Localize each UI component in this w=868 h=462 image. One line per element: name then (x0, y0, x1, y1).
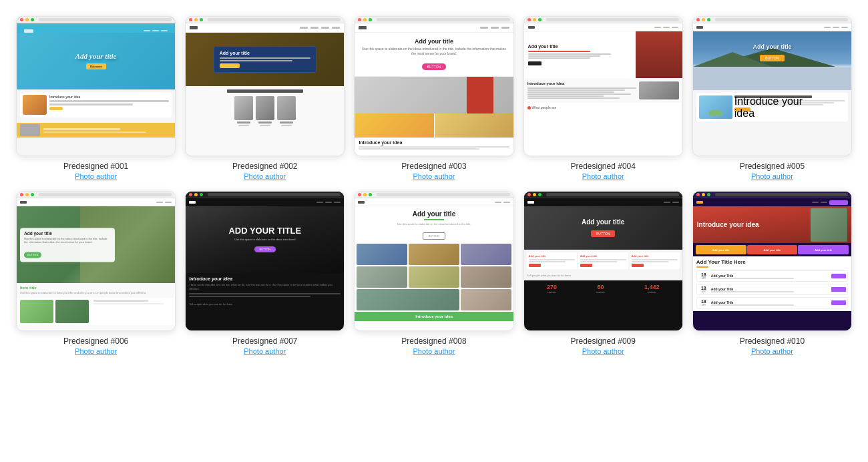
template-grid: Add your title Discover Introduce your i… (16, 16, 852, 355)
t004-hero-btn[interactable] (528, 61, 541, 65)
template-label-002: Predesigned #002 (232, 162, 297, 171)
t009-stat2: 60 (596, 284, 605, 290)
t004-sec-title: Introduce your idea (527, 81, 636, 85)
t010-hero-title: Introduce your idea (697, 221, 811, 228)
template-author-006[interactable]: Photo author (75, 347, 117, 355)
t010-row-btn-1[interactable] (831, 274, 846, 278)
template-label-004: Predesigned #004 (570, 162, 635, 171)
t010-tab3[interactable]: Add your title (815, 248, 832, 252)
template-preview-005[interactable]: Add your title BUTTON Introduce your ide… (692, 16, 852, 156)
template-label-010: Predesigned #010 (740, 336, 805, 346)
template-author-009[interactable]: Photo author (582, 347, 624, 355)
template-preview-001[interactable]: Add your title Discover Introduce your i… (16, 16, 176, 156)
t009-card-btn-2[interactable] (580, 264, 592, 267)
template-item-002[interactable]: Add your title (185, 16, 345, 180)
t008-hero-btn[interactable]: BUTTON (423, 232, 445, 240)
template-author-007[interactable]: Photo author (244, 347, 286, 355)
template-item-010[interactable]: Introduce your idea Add your title Add y… (692, 191, 852, 355)
template-author-010[interactable]: Photo author (751, 347, 793, 355)
template-item-005[interactable]: Add your title BUTTON Introduce your ide… (692, 16, 852, 180)
t009-stat1: 270 (547, 284, 557, 290)
template-item-008[interactable]: Add your title Use this space to elabora… (354, 191, 513, 355)
template-label-005: Predesigned #005 (740, 162, 805, 171)
template-author-005[interactable]: Photo author (751, 172, 793, 180)
t009-stat3: 1,442 (644, 284, 660, 290)
t009-hero-btn[interactable]: BUTTON (591, 230, 615, 237)
template-author-002[interactable]: Photo author (244, 172, 286, 180)
t007-hero-btn[interactable]: BUTTON (254, 246, 276, 252)
t003-hero-title: Add your title (360, 38, 507, 45)
template-author-008[interactable]: Photo author (413, 347, 455, 355)
t006-hero-title: Add your title (24, 231, 111, 236)
t006-sec-title: Item title (20, 286, 172, 290)
template-preview-003[interactable]: Add your title Use this space to elabora… (354, 16, 513, 156)
template-item-001[interactable]: Add your title Discover Introduce your i… (16, 16, 176, 180)
t004-hero-title: Add your title (528, 44, 632, 49)
template-item-003[interactable]: Add your title Use this space to elabora… (354, 16, 513, 180)
t008-section-title: Introduce your idea (357, 314, 510, 318)
template-preview-009[interactable]: Add your title BUTTON Add your title Add… (523, 191, 683, 331)
template-author-003[interactable]: Photo author (413, 172, 455, 180)
template-label-003: Predesigned #003 (401, 162, 466, 171)
t010-tab1[interactable]: Add your title (712, 248, 730, 252)
t007-sec-title: Introduce your idea (189, 276, 341, 281)
t003-section-title: Introduce your idea (359, 140, 509, 145)
template-preview-010[interactable]: Introduce your idea Add your title Add y… (692, 191, 852, 331)
t008-hero-title: Add your title (360, 210, 507, 218)
t007-hero-title: Add your title (228, 226, 301, 236)
template-label-006: Predesigned #006 (63, 336, 128, 346)
t005-hero-btn[interactable]: BUTTON (760, 55, 784, 61)
t010-main-title: Add Your Title Here (696, 259, 848, 265)
template-preview-004[interactable]: Add your title Introduce your idea (523, 16, 683, 156)
t010-row-btn-2[interactable] (831, 287, 846, 292)
t002-hero-btn[interactable] (220, 63, 240, 68)
t001-hero-title: Add your title (75, 52, 117, 60)
t002-hero-title: Add your title (220, 51, 310, 55)
template-label-009: Predesigned #009 (570, 336, 635, 346)
t010-row-btn-3[interactable] (831, 300, 846, 305)
template-label-001: Predesigned #001 (63, 162, 128, 171)
template-preview-008[interactable]: Add your title Use this space to elabora… (354, 191, 513, 331)
t009-hero-title: Add your title (582, 218, 624, 226)
template-item-006[interactable]: Add your title Use this space to elabora… (16, 191, 176, 355)
template-item-009[interactable]: Add your title BUTTON Add your title Add… (523, 191, 683, 355)
t001-section-title: Introduce your idea (49, 95, 169, 99)
template-preview-002[interactable]: Add your title (185, 16, 345, 156)
t004-red-dot (527, 106, 531, 109)
t009-card-btn-1[interactable] (529, 264, 541, 267)
t001-hero-btn[interactable]: Discover (86, 63, 106, 69)
template-preview-007[interactable]: Add your title Use this space to elabora… (185, 191, 345, 331)
t006-hero-btn[interactable]: BUTTON (24, 252, 41, 258)
t009-card-btn-3[interactable] (632, 264, 644, 267)
template-author-001[interactable]: Photo author (75, 172, 117, 180)
template-label-007: Predesigned #007 (232, 336, 297, 346)
t004-what-label: What people are (532, 105, 557, 109)
t005-hero-title: Add your title (693, 43, 851, 50)
template-label-008: Predesigned #008 (401, 336, 466, 346)
t005-card-title: Introduce your idea (734, 95, 812, 98)
template-item-004[interactable]: Add your title Introduce your idea (523, 16, 683, 180)
t003-hero-btn[interactable]: BUTTON (422, 63, 446, 70)
template-preview-006[interactable]: Add your title Use this space to elabora… (16, 191, 176, 331)
t010-tab2[interactable]: Add your title (764, 248, 781, 252)
gallery-container: Add your title Discover Introduce your i… (0, 0, 868, 462)
template-author-004[interactable]: Photo author (582, 172, 624, 180)
template-item-007[interactable]: Add your title Use this space to elabora… (185, 191, 345, 355)
